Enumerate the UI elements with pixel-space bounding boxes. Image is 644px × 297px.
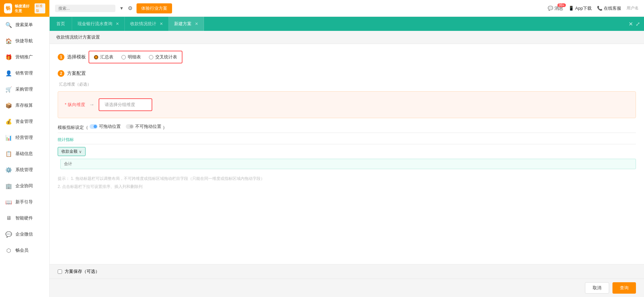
- sidebar-item-quick-nav[interactable]: 🏠 快捷导航: [0, 33, 49, 49]
- step1-number: 1: [58, 54, 64, 60]
- page-title: 收款情况统计方案设置: [50, 31, 644, 44]
- save-option-checkbox[interactable]: [58, 269, 62, 274]
- sidebar-item-label: 经营管理: [15, 135, 33, 141]
- tip2: 2. 点击标题栏下拉可设置排序、插入列和删除列: [58, 183, 636, 191]
- metrics-section: 统计指标 收款金额 ∨ 合计: [58, 137, 636, 169]
- marketing-icon: 🎁: [5, 54, 12, 60]
- sidebar-logo: 畅 畅捷通好生意 标准版: [0, 0, 49, 17]
- topbar-gear-icon[interactable]: ⚙: [128, 5, 132, 11]
- tab-new-plan-close[interactable]: ✕: [195, 21, 198, 26]
- sidebar-item-label: 搜索菜单: [15, 22, 33, 28]
- cancel-button[interactable]: 取消: [585, 282, 609, 294]
- legend-movable-label: 可拖动位置: [99, 123, 121, 130]
- service-icon: 📞: [597, 6, 602, 11]
- hardware-icon: 🖥: [5, 215, 12, 221]
- fixed-toggle-icon: [126, 124, 134, 129]
- sidebar-item-member[interactable]: ⬡ 畅会员: [0, 242, 49, 258]
- tab-home-label: 首页: [56, 21, 65, 27]
- app-download[interactable]: 📱 App下载: [569, 5, 592, 11]
- topbar-dropdown-icon[interactable]: ▼: [119, 6, 124, 11]
- tip-section: 提示： 1. 拖动标题栏可以调整布局，不可跨维度或指标区域拖动栏目字段（只能在同…: [58, 175, 636, 191]
- sidebar: 畅 畅捷通好生意 标准版 🔍 搜索菜单 🏠 快捷导航 🎁 营销推广 👤 销售管理…: [0, 0, 50, 297]
- radio-summary-label: 汇总表: [100, 54, 113, 60]
- sidebar-item-label: 新手引导: [15, 199, 33, 205]
- logo-badge: 标准版: [35, 3, 45, 13]
- sidebar-item-search-menu[interactable]: 🔍 搜索菜单: [0, 17, 49, 33]
- radio-detail-input[interactable]: [121, 55, 126, 59]
- sidebar-item-label: 快捷导航: [15, 38, 33, 44]
- metrics-header: 模板指标设定（ 可拖动位置 不可拖动位置 ）: [58, 123, 636, 133]
- tab-home[interactable]: 首页: [50, 17, 72, 31]
- search-menu-icon: 🔍: [5, 22, 12, 28]
- message-badge[interactable]: 💬 消息 99+: [548, 5, 563, 11]
- metrics-chip-row: 收款金额 ∨: [58, 147, 636, 156]
- dimension-select-box[interactable]: 请选择分组维度: [99, 98, 152, 111]
- topbar-right: 💬 消息 99+ 📱 App下载 📞 在线客服 用户名: [548, 5, 639, 11]
- sidebar-item-label: 畅会员: [15, 247, 29, 253]
- sidebar-item-label: 资金管理: [15, 118, 33, 125]
- step2-section: 2 方案配置 汇总维度（必选） * 纵向维度 → 请选择分组维度: [58, 70, 636, 191]
- topbar: ▼ ⚙ 体验行业方案 💬 消息 99+ 📱 App下载 📞 在线客服 用户名: [50, 0, 644, 17]
- sidebar-item-inventory[interactable]: 📦 库存核算: [0, 97, 49, 113]
- step1-header: 1 选择模板 汇总表 明细表 交叉统计表: [58, 51, 636, 63]
- radio-detail-label: 明细表: [128, 54, 141, 60]
- sidebar-item-basic-info[interactable]: 📋 基础信息: [0, 146, 49, 162]
- dimension-arrow-icon: →: [89, 102, 95, 108]
- tab-bank-flow[interactable]: 现金银行流水查询 ✕: [72, 17, 125, 31]
- topbar-search-input[interactable]: [55, 5, 115, 12]
- metrics-chip-collection-amount[interactable]: 收款金额 ∨: [58, 147, 86, 156]
- tab-bank-flow-label: 现金银行流水查询: [77, 21, 112, 27]
- chip-label: 收款金额: [61, 149, 77, 154]
- app-icon: 📱: [569, 6, 574, 11]
- industry-btn[interactable]: 体验行业方案: [137, 3, 172, 13]
- radio-summary-input[interactable]: [94, 55, 98, 59]
- radio-detail[interactable]: 明细表: [121, 54, 141, 60]
- radio-summary[interactable]: 汇总表: [94, 54, 113, 60]
- query-button[interactable]: 查询: [612, 282, 636, 294]
- dimension-row-label: * 纵向维度: [65, 102, 85, 108]
- sidebar-item-label: 销售管理: [15, 70, 33, 76]
- tab-new-plan[interactable]: 新建方案 ✕: [169, 17, 204, 31]
- online-service[interactable]: 📞 在线客服: [597, 5, 621, 11]
- legend-movable: 可拖动位置: [90, 123, 121, 130]
- dimension-row: * 纵向维度 → 请选择分组维度: [65, 98, 629, 111]
- subrow-label: 合计: [64, 161, 72, 166]
- sidebar-item-sales[interactable]: 👤 销售管理: [0, 65, 49, 81]
- template-options: 汇总表 明细表 交叉统计表: [89, 51, 182, 63]
- radio-crosstab[interactable]: 交叉统计表: [149, 54, 177, 60]
- message-count: 99+: [557, 3, 566, 7]
- main-area: ▼ ⚙ 体验行业方案 💬 消息 99+ 📱 App下载 📞 在线客服 用户名 首…: [50, 0, 644, 297]
- tab-bank-flow-close[interactable]: ✕: [116, 21, 119, 26]
- finance-icon: 💰: [5, 118, 12, 125]
- quick-nav-icon: 🏠: [5, 38, 12, 44]
- sidebar-item-operations[interactable]: 📊 经营管理: [0, 130, 49, 146]
- sidebar-item-wechat[interactable]: 💬 企业微信: [0, 226, 49, 242]
- sidebar-item-label: 采购管理: [15, 86, 33, 92]
- tip1: 提示： 1. 拖动标题栏可以调整布局，不可跨维度或指标区域拖动栏目字段（只能在同…: [58, 175, 636, 183]
- sidebar-item-marketing[interactable]: 🎁 营销推广: [0, 49, 49, 65]
- guide-icon: 📖: [5, 199, 12, 205]
- tab-collection-stats-close[interactable]: ✕: [160, 21, 163, 26]
- save-option-label: 方案保存（可选）: [65, 268, 100, 275]
- tab-collection-stats[interactable]: 收款情况统计 ✕: [125, 17, 169, 31]
- radio-crosstab-input[interactable]: [149, 55, 153, 59]
- operations-icon: 📊: [5, 135, 12, 141]
- service-label: 在线客服: [604, 5, 621, 11]
- sidebar-item-guide[interactable]: 📖 新手引导: [0, 194, 49, 210]
- content-area: 收款情况统计方案设置 1 选择模板 汇总表 明细表: [50, 31, 644, 297]
- sidebar-item-label: 企业协同: [15, 183, 33, 189]
- sidebar-item-enterprise[interactable]: 🏢 企业协同: [0, 178, 49, 194]
- movable-toggle-icon: [90, 124, 98, 129]
- sidebar-item-finance[interactable]: 💰 资金管理: [0, 113, 49, 130]
- tab-maximize-icon[interactable]: ⤢: [636, 21, 640, 27]
- tab-close-window-icon[interactable]: ✕: [629, 21, 633, 27]
- sidebar-item-hardware[interactable]: 🖥 智能硬件: [0, 210, 49, 226]
- sidebar-item-system[interactable]: ⚙️ 系统管理: [0, 162, 49, 178]
- sidebar-item-label: 库存核算: [15, 102, 33, 108]
- step1-title: 选择模板: [67, 54, 86, 60]
- sidebar-item-purchase[interactable]: 🛒 采购管理: [0, 81, 49, 97]
- step1-section: 1 选择模板 汇总表 明细表 交叉统计表: [58, 51, 636, 63]
- sidebar-item-label: 系统管理: [15, 167, 33, 173]
- save-option-bar: 方案保存（可选）: [50, 264, 644, 279]
- step2-title: 方案配置: [67, 70, 86, 77]
